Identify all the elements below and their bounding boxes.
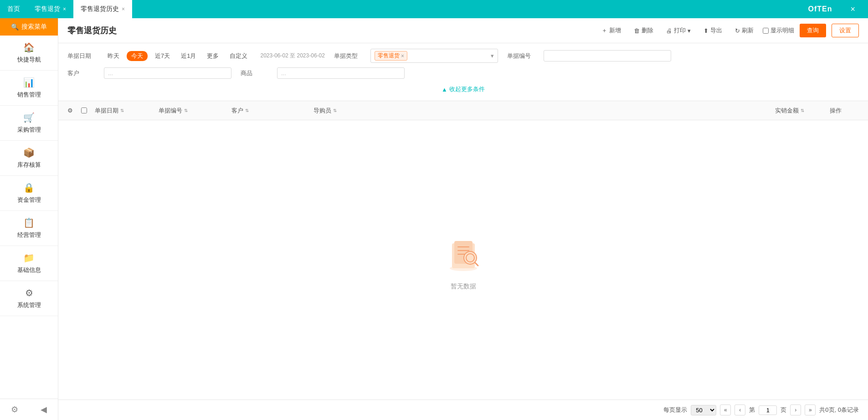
tab-home-label: 首页	[7, 5, 20, 13]
sidebar-item-purchase-label: 采购管理	[17, 126, 41, 134]
bill-no-input[interactable]	[544, 50, 671, 61]
purchase-icon: 🛒	[23, 112, 35, 123]
first-page-button[interactable]: «	[720, 405, 731, 415]
tab-retail-return-history-close[interactable]: ×	[122, 6, 125, 12]
empty-illustration	[441, 230, 486, 275]
export-icon: ⬆	[704, 27, 709, 34]
collapse-area: ▲ 收起更多条件	[67, 83, 859, 95]
date-btn-7days[interactable]: 近7天	[151, 51, 174, 61]
th-bill-sort-icon: ⇅	[184, 108, 188, 113]
next-page-button[interactable]: ›	[790, 405, 801, 415]
sidebar-item-quick-nav[interactable]: 🏠 快捷导航	[0, 36, 58, 71]
prev-page-button[interactable]: ‹	[734, 405, 745, 415]
select-all-checkbox[interactable]	[81, 108, 87, 113]
sidebar-item-inventory[interactable]: 📦 库存核算	[0, 141, 58, 176]
th-amount-label: 实销金额	[775, 107, 799, 115]
page-size-label: 每页显示	[663, 406, 687, 414]
page-number-input[interactable]	[759, 405, 777, 415]
th-bill-no-label: 单据编号	[159, 107, 182, 115]
sidebar-item-quick-nav-label: 快捷导航	[17, 56, 41, 64]
date-btn-more[interactable]: 更多	[203, 51, 222, 61]
th-guide[interactable]: 导购员 ⇅	[310, 107, 374, 115]
delete-label: 删除	[642, 26, 653, 35]
th-checkbox[interactable]	[77, 108, 91, 113]
page-title: 零售退货历史	[67, 25, 117, 36]
sidebar-collapse-button[interactable]: ◀	[41, 405, 47, 415]
system-icon: ⚙	[25, 287, 33, 298]
print-button[interactable]: 🖨 打印 ▾	[663, 25, 694, 36]
customer-input[interactable]: ...	[104, 67, 231, 79]
page-suffix: 页	[781, 406, 786, 414]
sidebar-item-basic[interactable]: 📁 基础信息	[0, 246, 58, 281]
tab-retail-return-close[interactable]: ×	[63, 6, 66, 12]
date-filter-options: 昨天 今天 近7天 近1月 更多 自定义	[104, 51, 251, 61]
delete-button[interactable]: 🗑 删除	[630, 25, 657, 36]
sidebar-item-sales[interactable]: 📊 销售管理	[0, 71, 58, 106]
date-btn-1month[interactable]: 近1月	[177, 51, 200, 61]
bill-no-text-input[interactable]	[548, 52, 667, 59]
chevron-down-icon: ▾	[491, 52, 494, 59]
th-date-sort-icon: ⇅	[120, 108, 124, 113]
collapse-label: 收起更多条件	[449, 85, 485, 93]
sidebar-search[interactable]: 🔍 搜索菜单	[0, 18, 58, 36]
date-btn-yesterday[interactable]: 昨天	[104, 51, 123, 61]
print-label: 打印	[674, 26, 686, 35]
refresh-icon: ↻	[735, 27, 740, 34]
new-button[interactable]: ＋ 新增	[598, 25, 625, 36]
display-toggle-checkbox[interactable]	[763, 28, 769, 34]
home-icon: 🏠	[23, 42, 35, 53]
inventory-icon: 📦	[23, 147, 35, 158]
basic-icon: 📁	[23, 252, 35, 263]
sidebar-item-operation-label: 经营管理	[17, 231, 41, 239]
th-action: 操作	[826, 107, 863, 115]
query-button[interactable]: 查询	[800, 24, 826, 37]
empty-state: 暂无数据	[58, 120, 868, 400]
sidebar-item-basic-label: 基础信息	[17, 266, 41, 274]
tab-retail-return[interactable]: 零售退货 ×	[27, 0, 73, 18]
th-amount-sort-icon: ⇅	[801, 108, 804, 113]
delete-icon: 🗑	[634, 27, 640, 34]
bill-no-label: 单据编号	[507, 52, 534, 60]
sidebar-item-purchase[interactable]: 🛒 采购管理	[0, 106, 58, 141]
sidebar-settings-button[interactable]: ⚙	[11, 405, 18, 415]
bill-type-tag-remove[interactable]: ×	[401, 53, 404, 59]
collapse-button[interactable]: ▲ 收起更多条件	[442, 83, 485, 95]
date-btn-custom[interactable]: 自定义	[226, 51, 251, 61]
sidebar-item-finance[interactable]: 🔒 资金管理	[0, 176, 58, 211]
sidebar-item-system[interactable]: ⚙ 系统管理	[0, 281, 58, 316]
tab-retail-return-label: 零售退货	[35, 5, 60, 13]
finance-icon: 🔒	[23, 182, 35, 193]
export-button[interactable]: ⬆ 导出	[700, 25, 726, 36]
close-window-button[interactable]: ×	[845, 5, 861, 14]
th-customer[interactable]: 客户 ⇅	[228, 107, 310, 115]
th-amount[interactable]: 实销金额 ⇅	[771, 107, 826, 115]
date-btn-today[interactable]: 今天	[127, 51, 148, 61]
display-toggle[interactable]: 显示明细	[763, 26, 794, 35]
th-guide-sort-icon: ⇅	[333, 108, 337, 113]
th-settings[interactable]: ⚙	[64, 107, 77, 114]
tab-retail-return-history[interactable]: 零售退货历史 ×	[73, 0, 132, 18]
customer-placeholder: ...	[108, 70, 113, 77]
th-date[interactable]: 单据日期 ⇅	[91, 107, 155, 115]
sidebar-item-system-label: 系统管理	[17, 301, 41, 309]
filter-row-2: 客户 ... 商品 ...	[67, 67, 859, 79]
bill-type-tags: 零售退货 ×	[375, 51, 407, 61]
bill-type-select[interactable]: 零售退货 × ▾	[370, 49, 498, 63]
last-page-button[interactable]: »	[805, 405, 816, 415]
refresh-button[interactable]: ↻ 刷新	[731, 25, 757, 36]
th-bill-no[interactable]: 单据编号 ⇅	[155, 107, 228, 115]
sidebar-item-inventory-label: 库存核算	[17, 161, 41, 169]
settings-button[interactable]: 设置	[832, 24, 859, 37]
table-area: ⚙ 单据日期 ⇅ 单据编号 ⇅ 客户 ⇅ 导购员	[58, 101, 868, 400]
goods-input[interactable]: ...	[277, 67, 405, 79]
tab-retail-return-history-label: 零售退货历史	[81, 5, 119, 13]
print-icon: 🖨	[666, 27, 672, 34]
tab-home[interactable]: 首页	[0, 0, 27, 18]
th-action-label: 操作	[830, 107, 842, 115]
svg-line-8	[475, 262, 478, 266]
sidebar-item-finance-label: 资金管理	[17, 196, 41, 204]
page-size-select[interactable]: 50 100 200	[691, 405, 716, 415]
bill-type-tag-label: 零售退货	[378, 52, 400, 60]
sidebar-item-operation[interactable]: 📋 经营管理	[0, 211, 58, 246]
top-bar-right: OfTEn ×	[801, 5, 868, 14]
